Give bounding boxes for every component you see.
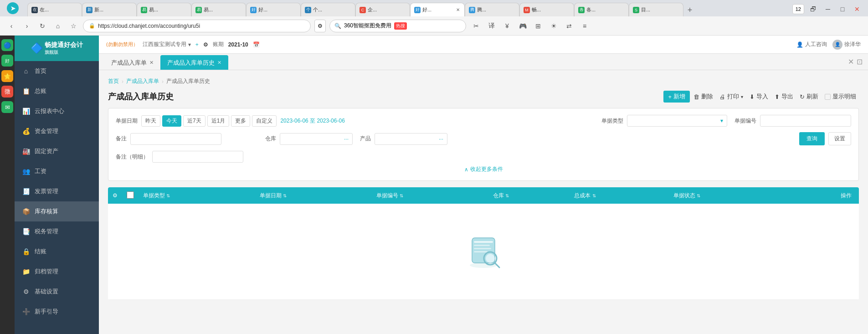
table-col-checkbox[interactable] [122, 187, 139, 204]
tab-t2[interactable]: 新 新... [82, 3, 137, 16]
date-btn-today[interactable]: 今天 [162, 115, 181, 127]
sidebar-item-tax[interactable]: 📑 税务管理 [15, 221, 99, 242]
product-dropdown[interactable]: ··· [375, 133, 447, 145]
query-btn[interactable]: 查询 [799, 132, 825, 145]
import-btn[interactable]: ⬇ 导入 [747, 91, 771, 103]
calendar-icon[interactable]: 📅 [253, 41, 260, 48]
close-window-btn[interactable]: ✕ [852, 4, 863, 15]
date-btn-custom[interactable]: 自定义 [252, 115, 277, 127]
search-bar[interactable]: 🔍 360智能抠图免费用 热搜 [329, 20, 466, 32]
warehouse-dropdown[interactable]: ··· [280, 133, 353, 145]
table-select-all[interactable] [127, 191, 134, 199]
table-col-settings[interactable]: ⚙ [108, 187, 122, 204]
bookmark-btn[interactable]: ☆ [67, 20, 79, 32]
sidebar-item-inventory[interactable]: 📦 库存核算 [15, 201, 99, 221]
game-icon[interactable]: 🎮 [516, 20, 529, 32]
sidebar-item-settings[interactable]: ⚙ 基础设置 [15, 282, 99, 302]
content-expand-btn[interactable]: ⊡ [857, 57, 863, 66]
content-close-btn[interactable]: ✕ [848, 57, 854, 66]
company-selector[interactable]: 江西服宝测试专用 ▾ [143, 41, 191, 48]
user-profile-btn[interactable]: 👤 徐泽华 [832, 40, 861, 50]
tab-t9[interactable]: 腾 腾... [465, 3, 519, 16]
date-btn-more[interactable]: 更多 [231, 115, 250, 127]
sidebar-item-newvoucher[interactable]: ➕ 新手引导 [15, 302, 99, 322]
tab-t6[interactable]: 个 个... [301, 3, 355, 16]
page-tab-list[interactable]: 产成品入库单 ✕ [104, 55, 160, 70]
tab-t12[interactable]: S 目... [629, 3, 683, 16]
sidebar-item-closing[interactable]: 🔒 结账 [15, 242, 99, 262]
sidebar-item-fund[interactable]: 💰 资金管理 [15, 121, 99, 141]
number-input[interactable] [760, 115, 851, 127]
table-col-date[interactable]: 单据日期 ⇅ [255, 187, 372, 204]
home-btn[interactable]: ⌂ [52, 20, 64, 32]
menu-icon[interactable]: ≡ [578, 20, 591, 32]
settings-btn[interactable]: 设置 [828, 132, 851, 145]
new-btn[interactable]: + 新增 [663, 91, 690, 103]
refresh-btn[interactable]: ↻ 刷新 [797, 91, 821, 103]
tab-close-t8[interactable]: ✕ [455, 6, 461, 13]
tab-t5[interactable]: 好 好... [246, 3, 301, 16]
forward-btn[interactable]: › [21, 20, 33, 32]
back-btn[interactable]: ‹ [5, 20, 17, 32]
tab-t1[interactable]: 在 在... [27, 3, 82, 16]
tab-t7[interactable]: C 企... [355, 3, 410, 16]
show-detail-btn[interactable]: 显示明细 [822, 91, 859, 103]
sidebar-item-report[interactable]: 📊 云报表中心 [15, 101, 99, 121]
page-tab-list-close[interactable]: ✕ [149, 60, 154, 66]
breadcrumb-home[interactable]: 首页 [108, 77, 119, 85]
app-icon-weibo[interactable]: 微 [1, 86, 13, 98]
type-dropdown[interactable]: ▾ [627, 115, 727, 127]
sidebar-item-archive[interactable]: 📁 归档管理 [15, 262, 99, 282]
tab-t3[interactable]: 易 易... [137, 3, 191, 16]
tab-t8[interactable]: 好 好... ✕ [410, 3, 465, 16]
restore-btn[interactable]: 🗗 [808, 4, 819, 15]
address-input[interactable]: 🔒 https://cloud.chanjet.com/accounting/u… [83, 20, 311, 32]
refresh-btn[interactable]: ↻ [36, 20, 48, 32]
extensions-btn[interactable]: ⚙ [314, 20, 326, 32]
table-col-cost[interactable]: 总成本 ⇅ [570, 187, 668, 204]
date-btn-yesterday[interactable]: 昨天 [141, 115, 160, 127]
sidebar-item-ledger[interactable]: 📋 总账 [15, 81, 99, 101]
table-col-warehouse[interactable]: 仓库 ⇅ [488, 187, 570, 204]
app-icon-mail[interactable]: ✉ [1, 101, 13, 113]
sidebar-item-fixed[interactable]: 🏭 固定资产 [15, 141, 99, 161]
export-btn[interactable]: ⬆ 导出 [772, 91, 796, 103]
app-icon-star[interactable]: ⭐ [1, 70, 13, 82]
sidebar-item-payroll[interactable]: 👥 工资 [15, 161, 99, 181]
tab-count[interactable]: 12 [792, 4, 804, 14]
date-btn-7days[interactable]: 近7天 [183, 115, 205, 127]
company-settings-btn[interactable]: ⚙ [203, 41, 208, 48]
content-area: (勿删勿禁用） 江西服宝测试专用 ▾ + ⚙ 账期 2021-10 📅 👤 [99, 36, 868, 334]
breadcrumb-list[interactable]: 产成品入库单 [126, 77, 159, 85]
grid-icon[interactable]: ⊞ [532, 20, 544, 32]
minimize-btn[interactable]: ─ [822, 4, 833, 15]
scissors-icon[interactable]: ✂ [470, 20, 483, 32]
tab-t10[interactable]: M 畅... [519, 3, 574, 16]
sidebar-item-invoice[interactable]: 🧾 发票管理 [15, 181, 99, 201]
note-input[interactable] [130, 133, 221, 145]
table-col-number[interactable]: 单据编号 ⇅ [372, 187, 488, 204]
maximize-btn[interactable]: □ [837, 4, 848, 15]
tab-t4[interactable]: 易 易... [191, 3, 246, 16]
collapse-btn[interactable]: ∧ 收起更多条件 [116, 163, 851, 174]
date-btn-1month[interactable]: 近1月 [207, 115, 230, 127]
app-icon-1[interactable]: 好 [1, 55, 13, 67]
sidebar-item-home[interactable]: ⌂ 首页 [15, 61, 99, 81]
tab-t11[interactable]: 各 各... [574, 3, 629, 16]
page-tab-history-close[interactable]: ✕ [217, 60, 221, 66]
sync-icon[interactable]: ⇄ [563, 20, 575, 32]
theme-icon[interactable]: ☀ [547, 20, 560, 32]
translate-icon[interactable]: 译 [485, 20, 498, 32]
page-tab-history[interactable]: 产成品入库单历史 ✕ [160, 55, 228, 70]
help-btn[interactable]: 👤 人工咨询 [796, 41, 827, 48]
print-btn[interactable]: 🖨 打印 ▾ [717, 91, 746, 103]
yuan-icon[interactable]: ¥ [501, 20, 514, 32]
add-company-btn[interactable]: + [195, 41, 199, 48]
note-detail-input[interactable] [152, 151, 243, 163]
chanjet-app-icon[interactable]: 🔵 [1, 39, 13, 51]
delete-btn[interactable]: 🗑 删除 [691, 91, 716, 103]
show-detail-checkbox[interactable] [825, 94, 831, 100]
new-tab-button[interactable]: + [683, 4, 696, 16]
table-col-status[interactable]: 单据状态 ⇅ [669, 187, 786, 204]
table-col-type[interactable]: 单据类型 ⇅ [139, 187, 255, 204]
